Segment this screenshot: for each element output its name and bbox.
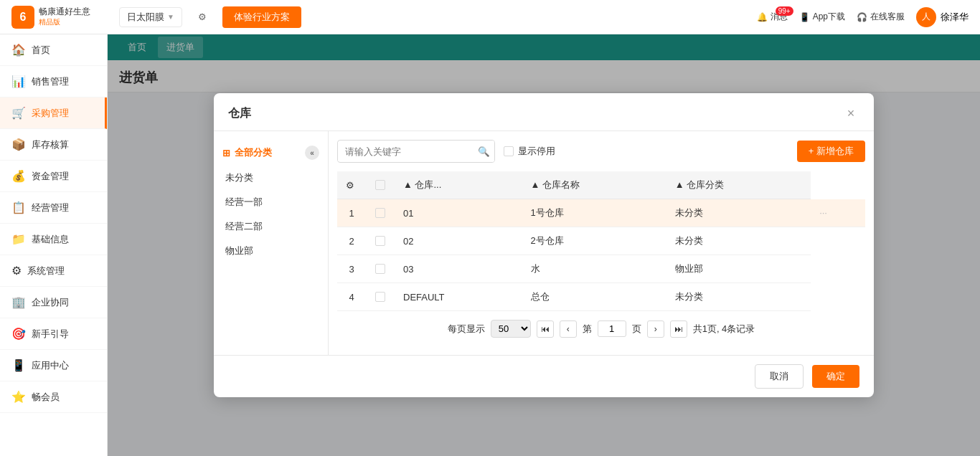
search-box: 🔍 [337, 140, 495, 163]
first-page-button[interactable]: ⏮ [537, 320, 554, 338]
store-chevron-icon: ▼ [167, 13, 174, 21]
per-page-label: 每页显示 [448, 323, 485, 336]
current-page-input[interactable] [598, 320, 626, 337]
stock-icon: 📦 [11, 138, 26, 151]
customer-service-label: 在线客服 [870, 11, 905, 23]
confirm-button[interactable]: 确定 [812, 365, 859, 388]
row-index: 2 [337, 227, 366, 255]
col-checkbox-header [366, 171, 395, 199]
sidebar-item-guide[interactable]: 🎯 新手引导 [0, 318, 107, 350]
grid-icon: ⊞ [222, 148, 230, 158]
apps-icon: 📱 [11, 358, 26, 372]
operations-icon: 📋 [11, 201, 26, 214]
user-info[interactable]: 人 徐泽华 [916, 7, 969, 27]
row-checkbox-cell[interactable] [366, 199, 395, 227]
total-info: 共1页, 4条记录 [693, 323, 755, 336]
category-uncat[interactable]: 未分类 [214, 166, 328, 190]
category-property[interactable]: 物业部 [214, 239, 328, 263]
trial-button[interactable]: 体验行业方案 [222, 6, 301, 28]
next-page-button[interactable]: › [647, 320, 664, 338]
show-disabled-label[interactable]: 显示停用 [504, 145, 555, 158]
row-checkbox[interactable] [375, 208, 385, 218]
row-checkbox[interactable] [375, 292, 385, 302]
row-index: 4 [337, 283, 366, 311]
col-category-header: ▲ 仓库分类 [666, 171, 811, 199]
header-middle: 日太阳膜 ▼ ⚙ 体验行业方案 [119, 6, 757, 29]
store-name: 日太阳膜 [127, 11, 164, 24]
row-index: 3 [337, 255, 366, 283]
search-input[interactable] [338, 142, 473, 161]
sidebar-label-operations: 经营管理 [32, 201, 69, 214]
table-row[interactable]: 1 01 1号仓库 未分类 ··· [337, 199, 865, 227]
prev-page-button[interactable]: ‹ [560, 320, 577, 338]
logo-icon: 6 [11, 6, 34, 29]
row-code: 03 [395, 255, 522, 283]
cancel-button[interactable]: 取消 [755, 364, 804, 389]
row-checkbox-cell[interactable] [366, 227, 395, 255]
sidebar-item-operations[interactable]: 📋 经营管理 [0, 192, 107, 224]
app-download-label: App下载 [813, 11, 845, 23]
row-category: 物业部 [666, 255, 811, 283]
last-page-button[interactable]: ⏭ [670, 320, 687, 338]
settings-button[interactable]: ⚙ [191, 6, 214, 29]
sidebar-label-basic: 基础信息 [32, 233, 69, 246]
col-name-header: ▲ 仓库名称 [522, 171, 666, 199]
col-code-header: ▲ 仓库... [395, 171, 522, 199]
table-row[interactable]: 2 02 2号仓库 未分类 [337, 227, 865, 255]
row-index: 1 [337, 199, 366, 227]
sidebar: 🏠 首页 📊 销售管理 🛒 采购管理 📦 库存核算 💰 资金管理 📋 经营管理 … [0, 34, 108, 456]
row-name: 1号仓库 [522, 199, 666, 227]
finance-icon: 💰 [11, 169, 26, 183]
collapse-button[interactable]: « [305, 146, 319, 160]
store-selector[interactable]: 日太阳膜 ▼ [119, 7, 182, 27]
row-checkbox[interactable] [375, 236, 385, 246]
dialog-close-button[interactable]: × [842, 105, 859, 122]
sidebar-label-purchase: 采购管理 [32, 107, 69, 120]
notifications-item[interactable]: 🔔 消息 99+ [757, 11, 788, 23]
sidebar-item-finance[interactable]: 💰 资金管理 [0, 161, 107, 192]
row-code: 02 [395, 227, 522, 255]
sidebar-label-stock: 库存核算 [32, 138, 69, 151]
row-checkbox[interactable] [375, 264, 385, 274]
sidebar-label-system: 系统管理 [27, 265, 65, 277]
sidebar-item-apps[interactable]: 📱 应用中心 [0, 350, 107, 381]
table-row[interactable]: 4 DEFAULT 总仓 未分类 [337, 283, 865, 311]
row-checkbox-cell[interactable] [366, 255, 395, 283]
sidebar-item-purchase[interactable]: 🛒 采购管理 [0, 98, 107, 129]
row-checkbox-cell[interactable] [366, 283, 395, 311]
sidebar-item-stock[interactable]: 📦 库存核算 [0, 129, 107, 161]
sidebar-label-home: 首页 [32, 44, 50, 57]
add-warehouse-button[interactable]: + 新增仓库 [797, 141, 865, 162]
sidebar-item-home[interactable]: 🏠 首页 [0, 34, 107, 66]
basic-icon: 📁 [11, 232, 26, 246]
select-all-checkbox[interactable] [375, 180, 385, 190]
table-row[interactable]: 3 03 水 物业部 [337, 255, 865, 283]
sidebar-item-member[interactable]: ⭐ 畅会员 [0, 381, 107, 413]
category-ops2[interactable]: 经营二部 [214, 214, 328, 239]
sidebar-item-system[interactable]: ⚙ 系统管理 [0, 255, 107, 287]
logo-sub: 精品版 [39, 17, 90, 27]
row-name: 总仓 [522, 283, 666, 311]
sidebar-item-sales[interactable]: 📊 销售管理 [0, 66, 107, 98]
pagination: 每页显示 50 10 20 100 ⏮ ‹ 第 页 [337, 311, 865, 346]
enterprise-icon: 🏢 [11, 295, 26, 309]
table-header-row: ⚙ ▲ 仓库... ▲ 仓库名称 [337, 171, 865, 199]
per-page-select[interactable]: 50 10 20 100 [491, 320, 531, 338]
category-all[interactable]: ⊞ 全部分类 « [214, 140, 328, 166]
app-download-item[interactable]: 📱 App下载 [799, 11, 845, 23]
sidebar-item-basic[interactable]: 📁 基础信息 [0, 224, 107, 255]
table-toolbar: 🔍 显示停用 + 新增仓库 [337, 140, 865, 163]
sidebar-item-enterprise[interactable]: 🏢 企业协同 [0, 287, 107, 318]
dialog-body: ⊞ 全部分类 « 未分类 经营一部 经营二部 物业部 [214, 131, 874, 355]
customer-service-item[interactable]: 🎧 在线客服 [857, 11, 905, 23]
row-actions[interactable]: ··· [811, 199, 865, 227]
main-layout: 🏠 首页 📊 销售管理 🛒 采购管理 📦 库存核算 💰 资金管理 📋 经营管理 … [0, 34, 980, 456]
headset-icon: 🎧 [857, 12, 867, 22]
logo-area: 6 畅康通好生意 精品版 [11, 6, 119, 29]
row-name: 水 [522, 255, 666, 283]
sales-icon: 📊 [11, 75, 26, 88]
search-button[interactable]: 🔍 [473, 141, 494, 162]
row-category: 未分类 [666, 199, 811, 227]
show-disabled-checkbox[interactable] [504, 146, 514, 156]
category-ops1[interactable]: 经营一部 [214, 190, 328, 214]
